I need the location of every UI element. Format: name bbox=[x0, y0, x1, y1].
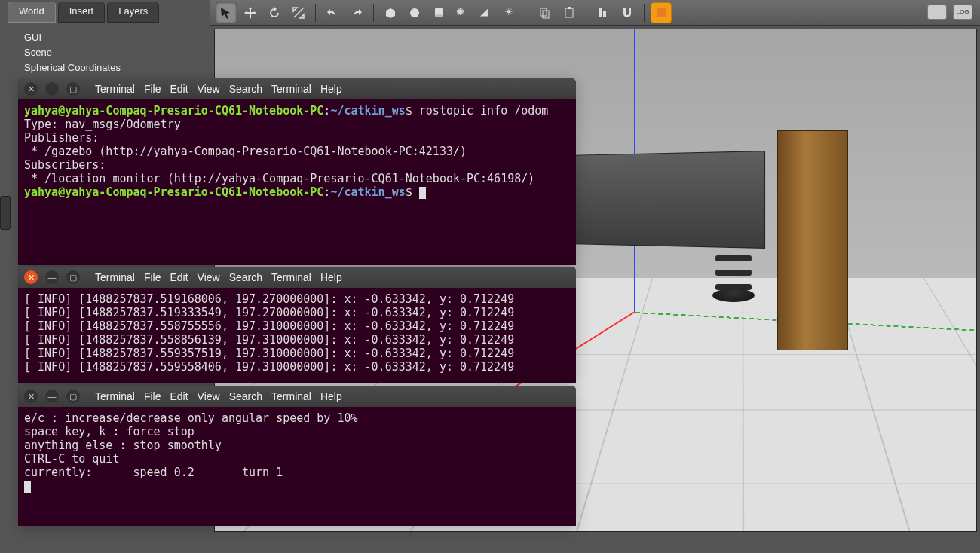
terminal-titlebar[interactable]: ✕ — ▢ Terminal File Edit View Search Ter… bbox=[18, 386, 576, 407]
shape-box[interactable] bbox=[380, 2, 401, 23]
terminal-location-monitor[interactable]: ✕ — ▢ Terminal File Edit View Search Ter… bbox=[18, 267, 576, 383]
toolbar-separator bbox=[315, 4, 316, 22]
selected-box-icon bbox=[654, 6, 668, 20]
terminal-teleop[interactable]: ✕ — ▢ Terminal File Edit View Search Ter… bbox=[18, 386, 576, 526]
box-icon bbox=[384, 6, 397, 20]
menu-help[interactable]: Help bbox=[320, 390, 342, 403]
svg-rect-4 bbox=[541, 8, 547, 16]
model-wall[interactable] bbox=[574, 151, 765, 249]
tool-select[interactable] bbox=[216, 2, 237, 23]
toolbar-separator bbox=[644, 4, 645, 22]
svg-rect-6 bbox=[565, 8, 573, 17]
tool-translate[interactable] bbox=[240, 2, 261, 23]
menu-search[interactable]: Search bbox=[229, 270, 262, 284]
window-close-button[interactable]: ✕ bbox=[24, 82, 38, 96]
svg-rect-5 bbox=[543, 11, 549, 18]
window-minimize-button[interactable]: — bbox=[45, 390, 59, 403]
reset-time-button[interactable]: Reset Ti bbox=[931, 501, 977, 516]
model-turtlebot[interactable] bbox=[709, 252, 758, 302]
window-minimize-button[interactable]: — bbox=[45, 270, 59, 284]
menu-edit[interactable]: Edit bbox=[170, 82, 188, 96]
shape-sphere[interactable] bbox=[404, 2, 425, 23]
terminal-body[interactable]: yahya@yahya-Compaq-Presario-CQ61-Noteboo… bbox=[18, 99, 576, 206]
undo-icon bbox=[326, 6, 339, 20]
panel-tabs: World Insert Layers bbox=[8, 2, 202, 23]
menu-help[interactable]: Help bbox=[320, 82, 342, 96]
shape-cylinder[interactable] bbox=[428, 2, 449, 23]
menu-help[interactable]: Help bbox=[320, 270, 342, 284]
terminal-menubar: Terminal File Edit View Search Terminal … bbox=[95, 82, 342, 96]
tool-rotate[interactable] bbox=[264, 2, 285, 23]
menu-search[interactable]: Search bbox=[229, 82, 262, 96]
light-point[interactable]: ✺ bbox=[452, 2, 473, 23]
window-close-button[interactable]: ✕ bbox=[24, 390, 38, 403]
menu-search[interactable]: Search bbox=[229, 390, 262, 403]
tab-world[interactable]: World bbox=[8, 2, 56, 23]
window-maximize-button[interactable]: ▢ bbox=[66, 390, 80, 403]
align-icon bbox=[596, 6, 610, 20]
tree-item-spherical[interactable]: Spherical Coordinates bbox=[12, 60, 198, 75]
tab-layers[interactable]: Layers bbox=[107, 2, 159, 23]
menu-terminal[interactable]: Terminal bbox=[95, 82, 135, 96]
menu-terminal[interactable]: Terminal bbox=[95, 390, 135, 403]
fps-label: FPS: bbox=[729, 503, 751, 514]
tool-scale[interactable] bbox=[288, 2, 309, 23]
terminal-menubar: Terminal File Edit View Search Terminal … bbox=[95, 390, 342, 403]
terminal-titlebar[interactable]: ✕ — ▢ Terminal File Edit View Search Ter… bbox=[18, 78, 576, 99]
menu-file[interactable]: File bbox=[144, 390, 161, 403]
window-minimize-button[interactable]: — bbox=[45, 82, 59, 96]
screenshot-button[interactable] bbox=[927, 5, 947, 20]
tool-select-obj[interactable] bbox=[651, 2, 672, 23]
menu-file[interactable]: File bbox=[144, 270, 161, 284]
terminal-menubar: Terminal File Edit View Search Terminal … bbox=[95, 270, 342, 284]
log-button[interactable]: LOG bbox=[953, 5, 972, 20]
menu-terminal2[interactable]: Terminal bbox=[271, 390, 311, 403]
tree-item-scene[interactable]: Scene bbox=[12, 45, 198, 60]
menu-view[interactable]: View bbox=[198, 82, 220, 96]
svg-rect-10 bbox=[657, 8, 666, 17]
menu-view[interactable]: View bbox=[198, 270, 220, 284]
menu-edit[interactable]: Edit bbox=[170, 270, 188, 284]
sun-icon: ☀ bbox=[504, 6, 518, 20]
cylinder-icon bbox=[432, 6, 446, 20]
model-cabinet[interactable] bbox=[777, 130, 848, 350]
menu-edit[interactable]: Edit bbox=[170, 390, 188, 403]
paste-icon bbox=[562, 6, 576, 20]
scale-icon bbox=[292, 6, 305, 20]
window-maximize-button[interactable]: ▢ bbox=[66, 82, 80, 96]
svg-point-3 bbox=[435, 14, 443, 17]
tool-snap[interactable] bbox=[617, 2, 638, 23]
panel-collapse-handle[interactable] bbox=[0, 196, 11, 230]
svg-rect-9 bbox=[603, 11, 606, 17]
window-maximize-button[interactable]: ▢ bbox=[66, 270, 80, 284]
tree-item-gui[interactable]: GUI bbox=[12, 30, 198, 45]
terminal-body[interactable]: e/c : increase/decrease only angular spe… bbox=[18, 407, 576, 500]
terminal-rostopic[interactable]: ✕ — ▢ Terminal File Edit View Search Ter… bbox=[18, 78, 576, 265]
menu-terminal2[interactable]: Terminal bbox=[271, 270, 311, 284]
svg-point-0 bbox=[410, 8, 419, 17]
tool-paste[interactable] bbox=[559, 2, 580, 23]
menu-terminal2[interactable]: Terminal bbox=[271, 82, 311, 96]
terminal-body[interactable]: [ INFO] [1488257837.519168006, 197.27000… bbox=[18, 288, 576, 381]
toolbar-separator bbox=[528, 4, 528, 22]
menu-file[interactable]: File bbox=[144, 82, 161, 96]
menu-view[interactable]: View bbox=[198, 390, 220, 403]
iter-label: Iterations: bbox=[640, 503, 683, 514]
tab-insert[interactable]: Insert bbox=[58, 2, 106, 23]
menu-terminal[interactable]: Terminal bbox=[95, 270, 135, 284]
tool-copy[interactable] bbox=[534, 2, 556, 23]
iter-value: 19718 bbox=[692, 503, 719, 514]
tool-align[interactable] bbox=[593, 2, 614, 23]
sphere-icon bbox=[408, 6, 421, 20]
tool-redo[interactable] bbox=[346, 2, 367, 23]
move-icon bbox=[243, 6, 257, 20]
svg-rect-7 bbox=[568, 7, 571, 9]
svg-rect-8 bbox=[599, 8, 602, 17]
light-directional[interactable]: ☀ bbox=[501, 2, 522, 23]
rotate-icon bbox=[268, 6, 281, 20]
window-close-button[interactable]: ✕ bbox=[24, 270, 38, 284]
tool-undo[interactable] bbox=[322, 2, 343, 23]
terminal-titlebar[interactable]: ✕ — ▢ Terminal File Edit View Search Ter… bbox=[18, 267, 576, 288]
light-spot[interactable]: ◢ bbox=[476, 2, 498, 23]
toolbar-separator bbox=[373, 4, 374, 22]
